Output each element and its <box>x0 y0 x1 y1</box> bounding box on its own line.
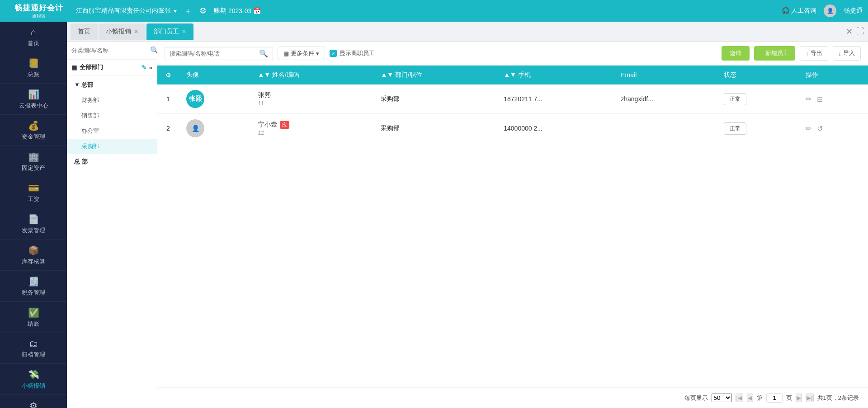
sidebar-item-funds[interactable]: 💰 资金管理 <box>0 115 67 146</box>
show-inactive-label: 显示离职员工 <box>340 49 375 57</box>
sidebar-item-label: 首页 <box>28 39 39 47</box>
dept-item-hq2[interactable]: 总 部 <box>67 154 157 169</box>
dept-header: ▦ 全部部门 ✎ « <box>67 60 157 75</box>
sidebar-item-label: 总账 <box>28 70 39 79</box>
page-content: 🔍 ▦ 全部部门 ✎ « ▼ 总部 财务部 销售部 办公室 <box>67 42 868 408</box>
tag-badge: 应 <box>280 121 289 129</box>
tab-expense-label: 小畅报销 <box>106 28 131 36</box>
company-selector[interactable]: 江西服宝精品有限责任公司内账张 ▾ <box>76 7 177 15</box>
row-avatar: 👤 <box>179 114 251 143</box>
period-selector[interactable]: 账期 2023-03 📅 <box>214 7 261 15</box>
dept-item-sales[interactable]: 销售部 <box>67 108 157 123</box>
more-icon[interactable]: ⊟ <box>817 95 823 103</box>
sidebar-item-expense[interactable]: 💸 小畅报销 <box>0 364 67 395</box>
sidebar-item-settings[interactable]: ⚙ 基础设置 <box>0 395 67 408</box>
add-button[interactable]: ＋ <box>184 5 192 16</box>
pagination: 每页显示 50 10 20 100 |◀ ◀ 第 页 ▶ ▶| 共1页，2条记录 <box>157 387 868 408</box>
invite-button[interactable]: 邀请 <box>722 46 750 61</box>
th-dept-position[interactable]: ▲▼ 部门/职位 <box>373 66 496 84</box>
row-email: zhangxidf... <box>613 84 717 114</box>
sidebar-item-label: 资金管理 <box>22 133 45 141</box>
sidebar: ⌂ 首页 📒 总账 📊 云报表中心 💰 资金管理 🏢 固定资产 💳 工资 📄 发… <box>0 22 67 408</box>
search-input[interactable] <box>170 50 256 57</box>
tab-home[interactable]: 首页 <box>71 23 98 40</box>
last-page-button[interactable]: ▶| <box>806 394 813 402</box>
row-actions: ✏ ⊟ <box>798 84 868 114</box>
support-label[interactable]: 🎧 人工咨询 <box>782 7 816 15</box>
import-button[interactable]: ↓ 导入 <box>833 46 861 61</box>
dept-item-office[interactable]: 办公室 <box>67 123 157 139</box>
dept-item-finance[interactable]: 财务部 <box>67 93 157 108</box>
tab-expense-close[interactable]: ✕ <box>134 28 138 35</box>
collapse-icon[interactable]: « <box>149 64 152 71</box>
employee-name: 张熙 <box>258 91 271 99</box>
page-size-label: 每页显示 <box>684 394 708 402</box>
row-status: 正常 <box>717 84 798 114</box>
settings-icon[interactable]: ⚙ <box>199 6 207 16</box>
th-name-code[interactable]: ▲▼ 姓名/编码 <box>251 66 374 84</box>
row-phone: 14000000 2... <box>496 114 613 143</box>
edit-icon[interactable]: ✏ <box>806 95 811 103</box>
row-index: 1 <box>157 84 179 114</box>
period-value: 2023-03 <box>228 7 251 14</box>
close-tab-icon[interactable]: ✕ <box>846 27 853 37</box>
expense-icon: 💸 <box>28 369 39 380</box>
sidebar-item-payroll[interactable]: 💳 工资 <box>0 177 67 208</box>
page-label-prefix: 第 <box>757 394 763 402</box>
page-input[interactable] <box>766 393 783 403</box>
th-settings[interactable]: ⚙ <box>157 66 179 84</box>
all-dept-label[interactable]: 全部部门 <box>80 63 103 71</box>
sidebar-item-archive[interactable]: 🗂 归档管理 <box>0 333 67 364</box>
show-inactive-toggle[interactable]: ✓ 显示离职员工 <box>330 49 375 57</box>
sidebar-item-home[interactable]: ⌂ 首页 <box>0 22 67 52</box>
sidebar-item-assets[interactable]: 🏢 固定资产 <box>0 146 67 177</box>
sidebar-item-inventory[interactable]: 📦 库存核算 <box>0 239 67 271</box>
sidebar-item-ledger[interactable]: 📒 总账 <box>0 52 67 84</box>
logo-sub: 旗舰版 <box>32 13 46 19</box>
sidebar-item-reports[interactable]: 📊 云报表中心 <box>0 84 67 115</box>
sidebar-item-tax[interactable]: 🧾 税务管理 <box>0 271 67 302</box>
maximize-icon[interactable]: ⛶ <box>856 27 864 37</box>
employee-code: 11 <box>258 100 367 107</box>
row-dept: 采购部 <box>373 84 496 114</box>
total-label: 共1页，2条记录 <box>817 394 859 402</box>
dept-item-purchase[interactable]: 采购部 <box>67 139 157 154</box>
edit-dept-icon[interactable]: ✎ <box>142 64 146 71</box>
filter-button[interactable]: ▦ 更多条件 ▾ <box>278 47 325 60</box>
archive-icon: 🗂 <box>29 338 38 349</box>
prev-page-button[interactable]: ◀ <box>747 394 753 402</box>
dept-item-hq[interactable]: ▼ 总部 <box>67 77 157 93</box>
tab-expense[interactable]: 小畅报销 ✕ <box>99 23 146 40</box>
export-button[interactable]: ↑ 导出 <box>800 46 828 61</box>
dept-search-input[interactable] <box>71 47 147 54</box>
settings-nav-icon: ⚙ <box>29 400 38 408</box>
tab-dept-employee[interactable]: 部门员工 ✕ <box>146 23 193 40</box>
edit-icon[interactable]: ✏ <box>806 124 811 133</box>
row-phone: 18720211 7... <box>496 84 613 114</box>
add-employee-button[interactable]: + 新增员工 <box>754 46 795 61</box>
th-phone[interactable]: ▲▼ 手机 <box>496 66 613 84</box>
settle-icon: ✅ <box>28 307 39 318</box>
search-submit-icon[interactable]: 🔍 <box>259 49 268 58</box>
tab-dept-close[interactable]: ✕ <box>182 28 186 35</box>
main-layout: ⌂ 首页 📒 总账 📊 云报表中心 💰 资金管理 🏢 固定资产 💳 工资 📄 发… <box>0 22 868 408</box>
sidebar-item-settle[interactable]: ✅ 结账 <box>0 302 67 333</box>
data-table: ⚙ 头像 ▲▼ 姓名/编码 ▲▼ 部门/职位 ▲▼ 手机 Email 状态 操作 <box>157 66 868 387</box>
row-status: 正常 <box>717 114 798 143</box>
assets-icon: 🏢 <box>28 151 39 162</box>
sidebar-item-label: 工资 <box>28 195 39 203</box>
row-email <box>613 114 717 143</box>
row-name-code: 宁小壹 应 12 <box>251 114 374 143</box>
page-size-select[interactable]: 50 10 20 100 <box>712 394 732 402</box>
more-icon[interactable]: ↺ <box>817 124 823 133</box>
first-page-button[interactable]: |◀ <box>736 394 743 402</box>
search-box: 🔍 <box>165 47 273 60</box>
dept-tree: ▼ 总部 财务部 销售部 办公室 采购部 总 部 <box>67 75 157 408</box>
th-email: Email <box>613 66 717 84</box>
sidebar-item-label: 小畅报销 <box>22 382 45 390</box>
sidebar-item-invoice[interactable]: 📄 发票管理 <box>0 208 67 239</box>
checkbox-icon: ✓ <box>330 50 337 57</box>
header-actions: ＋ ⚙ 账期 2023-03 📅 <box>184 5 261 16</box>
dept-search-area: 🔍 <box>67 42 157 60</box>
next-page-button[interactable]: ▶ <box>796 394 802 402</box>
